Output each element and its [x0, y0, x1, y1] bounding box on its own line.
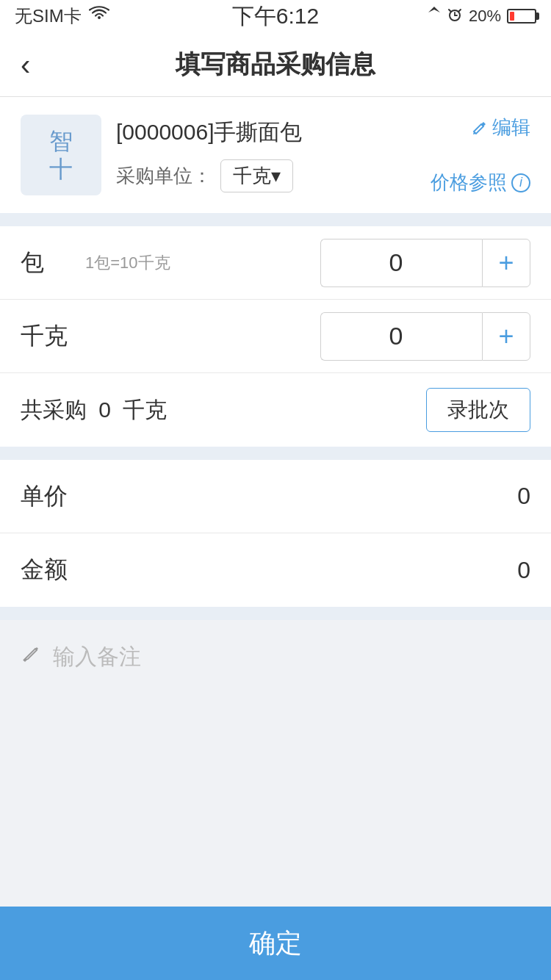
- price-ref-button[interactable]: 价格参照 i: [431, 170, 530, 195]
- section-divider-3: [0, 607, 551, 620]
- product-card: 智 十 [0000006]手撕面包 采购单位： 千克▾ 编辑 价格参照 i: [0, 97, 551, 213]
- pencil-icon: [21, 644, 41, 670]
- confirm-button[interactable]: 确定: [0, 907, 551, 980]
- status-bar: 无SIM卡 下午6:12 20%: [0, 0, 551, 32]
- price-ref-label: 价格参照: [431, 170, 507, 195]
- status-right: 20%: [428, 6, 536, 26]
- kg-label: 千克: [21, 320, 79, 353]
- section-divider-1: [0, 213, 551, 226]
- wifi-icon: [89, 6, 109, 26]
- input-section: 包 1包=10千克 + 千克 +: [0, 226, 551, 373]
- bag-input[interactable]: [320, 239, 482, 287]
- product-image: 智 十: [21, 115, 101, 195]
- amount-value: 0: [517, 557, 530, 584]
- edit-icon: [472, 120, 488, 136]
- status-left: 无SIM卡: [15, 4, 109, 28]
- notes-section[interactable]: 输入备注: [0, 620, 551, 693]
- bag-plus-button[interactable]: +: [482, 239, 530, 287]
- battery-percentage: 20%: [469, 7, 501, 26]
- empty-area: [0, 693, 551, 914]
- edit-label: 编辑: [492, 115, 530, 140]
- nav-bar: ‹ 填写商品采购信息: [0, 32, 551, 97]
- bag-input-wrap: +: [170, 239, 530, 287]
- location-icon: [428, 6, 441, 26]
- product-logo: 智 十: [49, 127, 73, 184]
- amount-row: 金额 0: [0, 533, 551, 607]
- summary-row: 共采购 0 千克 录批次: [0, 373, 551, 447]
- unit-select[interactable]: 千克▾: [220, 159, 293, 192]
- kg-input[interactable]: [320, 312, 482, 361]
- product-name: [0000006]手撕面包: [116, 118, 530, 148]
- section-divider-2: [0, 447, 551, 460]
- back-button[interactable]: ‹: [21, 50, 30, 79]
- notes-placeholder: 输入备注: [53, 642, 141, 672]
- summary-section: 共采购 0 千克 录批次: [0, 373, 551, 447]
- battery-icon: [507, 9, 536, 24]
- carrier-text: 无SIM卡: [15, 4, 82, 28]
- edit-button[interactable]: 编辑: [472, 115, 530, 140]
- info-icon: i: [511, 173, 530, 192]
- bag-row: 包 1包=10千克 +: [0, 226, 551, 300]
- kg-input-wrap: +: [79, 312, 530, 361]
- bag-label: 包: [21, 247, 79, 279]
- amount-label: 金额: [21, 554, 68, 586]
- bag-sublabel: 1包=10千克: [85, 252, 170, 274]
- kg-row: 千克 +: [0, 300, 551, 373]
- status-time: 下午6:12: [232, 1, 319, 32]
- nav-title: 填写商品采购信息: [176, 48, 375, 82]
- unit-label: 采购单位：: [116, 163, 212, 189]
- unit-price-row: 单价 0: [0, 460, 551, 533]
- unit-price-label: 单价: [21, 480, 68, 513]
- price-section: 单价 0 金额 0: [0, 460, 551, 607]
- alarm-icon: [447, 6, 463, 26]
- unit-price-value: 0: [517, 483, 530, 510]
- record-batch-button[interactable]: 录批次: [426, 388, 530, 432]
- kg-plus-button[interactable]: +: [482, 312, 530, 361]
- summary-text: 共采购 0 千克: [21, 395, 167, 425]
